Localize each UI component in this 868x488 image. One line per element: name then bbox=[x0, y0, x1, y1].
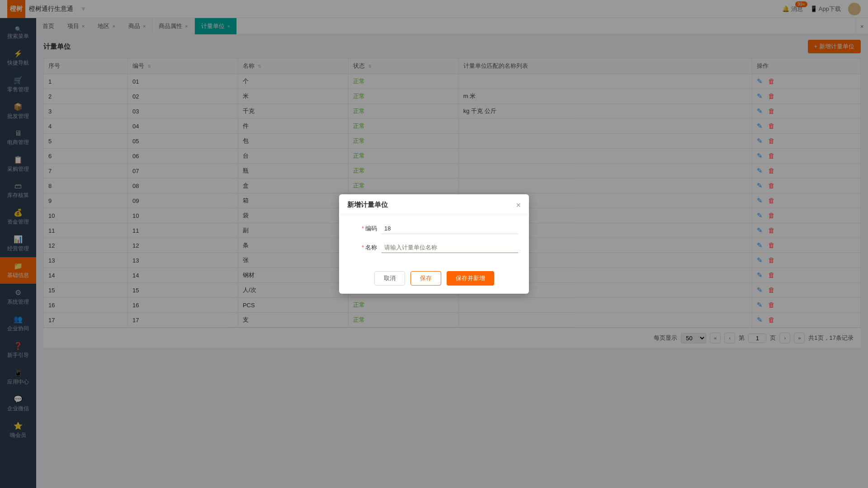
form-code-input[interactable] bbox=[382, 223, 518, 234]
modal-save-button[interactable]: 保存 bbox=[410, 271, 441, 286]
modal-header: 新增计量单位 × bbox=[339, 194, 529, 214]
form-row-code: 编码 bbox=[350, 223, 518, 234]
form-row-name: 名称 bbox=[350, 242, 518, 253]
modal-close-button[interactable]: × bbox=[516, 201, 521, 209]
form-code-label: 编码 bbox=[350, 225, 377, 233]
modal-overlay[interactable]: 新增计量单位 × 编码 名称 取消 保存 保存并新增 bbox=[0, 0, 868, 488]
modal-footer: 取消 保存 保存并新增 bbox=[339, 266, 529, 294]
form-name-input[interactable] bbox=[382, 242, 518, 253]
modal-cancel-button[interactable]: 取消 bbox=[374, 271, 405, 286]
form-name-label: 名称 bbox=[350, 244, 377, 252]
modal-title: 新增计量单位 bbox=[347, 201, 388, 209]
add-measure-unit-modal: 新增计量单位 × 编码 名称 取消 保存 保存并新增 bbox=[339, 194, 529, 294]
modal-save-new-button[interactable]: 保存并新增 bbox=[447, 271, 494, 286]
modal-body: 编码 名称 bbox=[339, 214, 529, 266]
